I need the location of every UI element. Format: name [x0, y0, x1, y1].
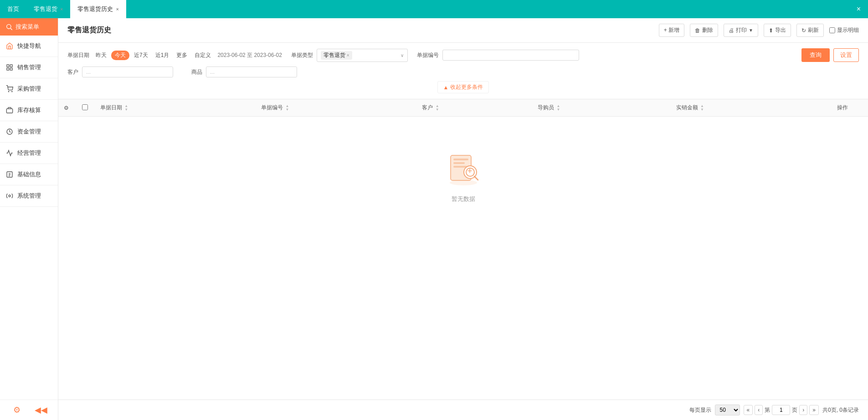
filter-row-1: 单据日期 昨天 今天 近7天 近1月 更多 自定义 2023-06-02 至 2…	[67, 48, 859, 62]
new-button[interactable]: + 新增	[659, 24, 684, 37]
show-detail-checkbox[interactable]	[829, 27, 835, 33]
export-icon: ⬆	[769, 27, 773, 34]
svg-point-0	[7, 25, 11, 29]
svg-point-14	[9, 195, 10, 197]
voucher-type-tag: 零售退货 ×	[321, 51, 352, 60]
col-settings: ⚙	[58, 99, 77, 117]
date-filter: 单据日期 昨天 今天 近7天 近1月 更多 自定义 2023-06-02 至 2…	[67, 51, 282, 60]
filter-row-2: 客户 商品	[67, 67, 859, 77]
svg-rect-4	[7, 68, 9, 70]
col-actions: 操作	[832, 99, 868, 117]
finance-icon	[5, 128, 14, 136]
empty-state: 暂无数据	[58, 117, 868, 230]
page-header: 零售退货历史 + 新增 🗑 删除 🖨 打印 ▼ ⬆ 导出 ↻	[58, 18, 868, 43]
prev-page-button[interactable]: ‹	[755, 405, 763, 415]
page-label: 第	[765, 406, 770, 414]
col-guide: 导购员 ▲▼	[532, 99, 671, 117]
search-icon	[5, 23, 13, 31]
col-amount: 实销金额 ▲▼	[671, 99, 832, 117]
setting-button[interactable]: 设置	[833, 48, 859, 62]
page-input[interactable]	[772, 405, 790, 415]
sort-no-icon[interactable]: ▲▼	[286, 104, 289, 112]
delete-icon: 🗑	[695, 27, 700, 34]
data-table: ⚙ 单据日期 ▲▼ 单据编号 ▲▼	[58, 99, 868, 230]
svg-rect-19	[453, 166, 467, 168]
empty-text: 暂无数据	[452, 195, 475, 203]
table-container: ⚙ 单据日期 ▲▼ 单据编号 ▲▼	[58, 99, 868, 400]
svg-line-1	[10, 28, 12, 30]
date-btn-7days[interactable]: 近7天	[131, 51, 151, 60]
last-page-button[interactable]: »	[809, 405, 819, 415]
filter-area: 单据日期 昨天 今天 近7天 近1月 更多 自定义 2023-06-02 至 2…	[58, 43, 868, 99]
query-button[interactable]: 查询	[801, 48, 830, 62]
col-customer: 客户 ▲▼	[416, 99, 532, 117]
select-all-checkbox[interactable]	[82, 104, 88, 110]
customer-input[interactable]	[82, 67, 173, 77]
voucher-no-input[interactable]	[442, 50, 579, 61]
export-button[interactable]: ⬆ 导出	[764, 24, 791, 37]
refresh-button[interactable]: ↻ 刷新	[796, 24, 824, 37]
sidebar-item-business[interactable]: 经营管理	[0, 143, 58, 164]
col-no: 单据编号 ▲▼	[256, 99, 416, 117]
date-btn-today[interactable]: 今天	[111, 51, 129, 60]
tab-close-retail-return[interactable]: ×	[60, 6, 63, 12]
sort-date-icon[interactable]: ▲▼	[124, 104, 128, 112]
svg-rect-5	[10, 68, 12, 70]
date-range-value: 2023-06-02 至 2023-06-02	[217, 51, 282, 59]
sort-customer-icon[interactable]: ▲▼	[436, 104, 439, 112]
voucher-type-select[interactable]: 零售退货 × ∨	[317, 49, 408, 62]
business-icon	[5, 149, 14, 157]
sidebar-item-base-info[interactable]: 基础信息	[0, 164, 58, 185]
voucher-type-dropdown-icon: ∨	[401, 53, 404, 58]
window-close-button[interactable]: ×	[849, 5, 868, 13]
tab-home[interactable]: 首页	[0, 0, 26, 18]
sidebar-item-system[interactable]: 系统管理	[0, 185, 58, 207]
date-btn-more[interactable]: 更多	[174, 51, 190, 60]
total-text: 共0页, 0条记录	[822, 406, 859, 414]
date-btn-1month[interactable]: 近1月	[153, 51, 172, 60]
system-icon	[5, 192, 14, 200]
sort-amount-icon[interactable]: ▲▼	[700, 104, 704, 112]
sidebar-toggle-icon[interactable]: ◀◀	[36, 405, 46, 415]
next-page-button[interactable]: ›	[799, 405, 807, 415]
date-btn-yesterday[interactable]: 昨天	[93, 51, 109, 60]
delete-button[interactable]: 🗑 删除	[690, 24, 718, 37]
sidebar-item-finance[interactable]: 资金管理	[0, 121, 58, 143]
date-shortcuts: 昨天 今天 近7天 近1月 更多 自定义	[93, 51, 214, 60]
collapse-arrow-icon: ▲	[443, 84, 449, 91]
refresh-icon: ↻	[801, 27, 806, 34]
sales-icon	[5, 63, 14, 72]
voucher-type-tag-close[interactable]: ×	[347, 53, 349, 58]
sidebar-bottom: ⚙ ◀◀	[0, 400, 58, 420]
svg-point-15	[450, 180, 477, 185]
print-icon: 🖨	[729, 27, 734, 34]
collapse-button[interactable]: ▲ 收起更多条件	[437, 81, 489, 93]
sidebar-item-quick-nav[interactable]: 快捷导航	[0, 36, 58, 57]
page-title: 零售退货历史	[67, 26, 111, 35]
search-menu-button[interactable]: 搜索菜单	[0, 18, 58, 36]
goods-input[interactable]	[206, 67, 297, 77]
voucher-type-filter: 单据类型 零售退货 × ∨	[291, 49, 408, 62]
query-actions: 查询 设置	[801, 48, 859, 62]
sidebar: 搜索菜单 快捷导航 销售管理 采购管理 库存核算	[0, 18, 58, 420]
show-detail-checkbox-wrapper[interactable]: 显示明细	[829, 26, 859, 34]
date-btn-custom[interactable]: 自定义	[192, 51, 214, 60]
empty-state-icon	[441, 144, 486, 190]
sidebar-item-inventory[interactable]: 库存核算	[0, 100, 58, 121]
tab-retail-return[interactable]: 零售退货 ×	[26, 0, 70, 18]
sidebar-item-purchase[interactable]: 采购管理	[0, 78, 58, 100]
print-button[interactable]: 🖨 打印 ▼	[724, 24, 758, 37]
per-page-label: 每页显示	[689, 406, 711, 414]
sidebar-item-sales[interactable]: 销售管理	[0, 57, 58, 78]
tab-close-retail-return-history[interactable]: ×	[116, 6, 118, 12]
tab-retail-return-history[interactable]: 零售退货历史 ×	[70, 0, 126, 18]
inventory-icon	[5, 106, 14, 114]
table-settings-icon[interactable]: ⚙	[64, 105, 69, 111]
first-page-button[interactable]: «	[744, 405, 753, 415]
svg-rect-18	[453, 162, 465, 164]
header-actions: + 新增 🗑 删除 🖨 打印 ▼ ⬆ 导出 ↻ 刷新	[659, 24, 859, 37]
svg-rect-17	[453, 159, 468, 160]
per-page-select[interactable]: 20 50 100	[715, 405, 740, 415]
settings-gear-icon[interactable]: ⚙	[11, 405, 22, 415]
sort-guide-icon[interactable]: ▲▼	[557, 104, 560, 112]
